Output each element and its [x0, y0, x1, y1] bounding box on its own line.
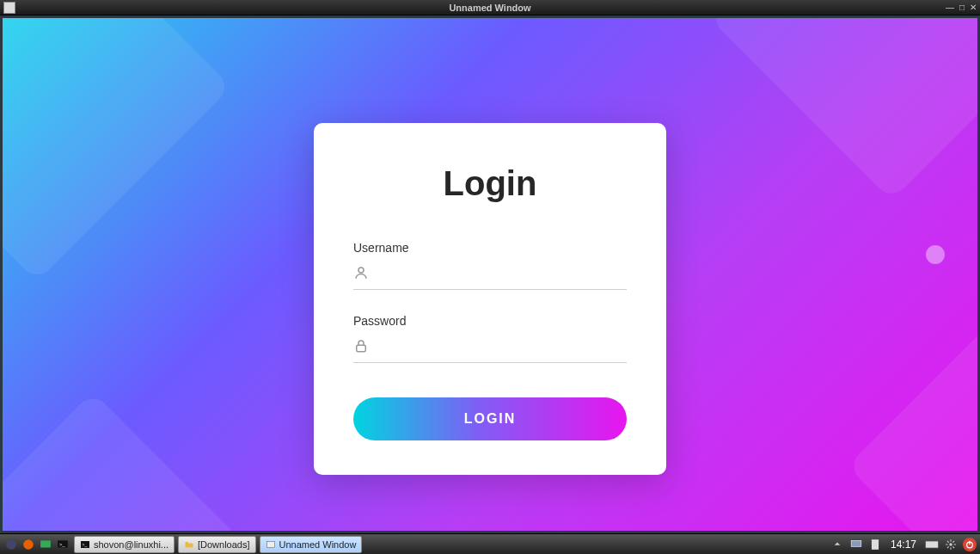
svg-text:>_: >_: [83, 542, 88, 547]
tray-power-icon[interactable]: [963, 538, 977, 551]
bg-decor: [3, 18, 231, 281]
bg-decor: [3, 391, 245, 531]
svg-rect-12: [926, 541, 939, 548]
terminal-launcher-icon[interactable]: >_: [55, 537, 70, 552]
taskbar-task-label: Unnamed Window: [279, 539, 357, 550]
svg-point-3: [23, 539, 34, 550]
username-label: Username: [353, 241, 627, 255]
terminal-icon: >_: [80, 539, 90, 550]
taskbar-task-files[interactable]: [Downloads]: [178, 536, 256, 553]
firefox-launcher-icon[interactable]: [21, 537, 36, 552]
svg-point-2: [6, 539, 16, 550]
taskbar-task-terminal[interactable]: >_ shovon@linuxhi...: [74, 536, 175, 553]
lock-icon: [353, 338, 369, 354]
side-indicator: [926, 245, 945, 264]
window-app-icon: [3, 2, 15, 14]
tray-arrow-icon[interactable]: [830, 538, 844, 551]
window-title: Unnamed Window: [449, 3, 530, 13]
login-button[interactable]: LOGIN: [353, 397, 627, 440]
password-row[interactable]: [353, 338, 627, 363]
taskbar-clock[interactable]: 14:17: [887, 539, 920, 551]
bg-decor: [709, 18, 977, 200]
folder-icon: [184, 539, 194, 550]
taskbar-task-unnamed-window[interactable]: Unnamed Window: [260, 536, 363, 553]
taskbar: >_ >_ shovon@linuxhi... [Downloads] Unna…: [0, 533, 980, 554]
taskbar-right: 14:17: [830, 538, 980, 551]
tray-clipboard-icon[interactable]: [868, 538, 882, 551]
bg-decor: [847, 314, 977, 531]
maximize-button[interactable]: □: [959, 3, 965, 12]
window-titlebar: Unnamed Window — □ ✕: [0, 0, 980, 15]
tray-display-icon[interactable]: [849, 538, 863, 551]
svg-rect-1: [357, 345, 366, 352]
show-desktop-icon[interactable]: [38, 537, 53, 552]
svg-point-0: [358, 268, 364, 273]
window-controls: — □ ✕: [946, 3, 977, 12]
svg-rect-10: [851, 540, 861, 546]
svg-rect-9: [266, 541, 274, 547]
window-icon: [266, 539, 276, 550]
svg-text:>_: >_: [59, 541, 65, 546]
username-row[interactable]: [353, 265, 627, 290]
password-input[interactable]: [383, 338, 627, 354]
taskbar-task-label: shovon@linuxhi...: [94, 539, 168, 550]
taskbar-left: >_ >_ shovon@linuxhi... [Downloads] Unna…: [0, 536, 362, 553]
close-button[interactable]: ✕: [970, 3, 977, 12]
login-card: Login Username Password LOGIN: [314, 123, 666, 475]
minimize-button[interactable]: —: [946, 3, 954, 12]
tray-keyboard-icon[interactable]: [925, 538, 939, 551]
login-heading: Login: [353, 164, 627, 203]
login-background: Login Username Password LOGIN: [3, 18, 977, 531]
password-label: Password: [353, 314, 627, 328]
svg-rect-11: [872, 539, 879, 550]
username-input[interactable]: [383, 265, 627, 280]
svg-rect-4: [40, 540, 51, 547]
window-body: Login Username Password LOGIN: [0, 15, 980, 533]
taskbar-task-label: [Downloads]: [198, 539, 250, 550]
tray-settings-icon[interactable]: [944, 538, 958, 551]
menu-launcher-icon[interactable]: [3, 537, 19, 552]
user-icon: [353, 265, 369, 280]
svg-point-13: [949, 543, 952, 546]
